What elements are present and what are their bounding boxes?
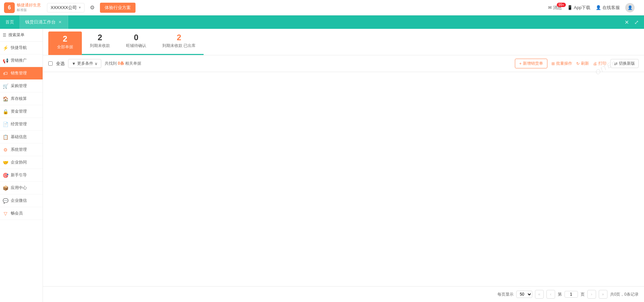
sidebar-item-basic-info-label: 基础信息 xyxy=(11,134,27,140)
page-suffix: 页 xyxy=(581,292,585,297)
sidebar-item-app-center[interactable]: 📦 应用中心 xyxy=(0,182,43,194)
batch-btn-label: 批量操作 xyxy=(556,61,572,66)
tab-bar: 首页 钱货日清工作台 ✕ ✕ ⤢ xyxy=(0,15,644,29)
first-page-icon: « xyxy=(538,292,540,297)
print-button[interactable]: 🖨 打印 xyxy=(593,61,606,66)
operations-icon: 📄 xyxy=(3,122,8,127)
sidebar-item-operations[interactable]: 📄 经营管理 xyxy=(0,118,43,131)
guide-icon: 🎯 xyxy=(3,173,8,178)
stat-label-all: 全部单据 xyxy=(56,44,74,50)
stat-tab-shipped[interactable]: 2 到期未收款 已出库 xyxy=(154,29,204,55)
filter-button[interactable]: ▼ 更多条件 ∨ xyxy=(68,59,101,68)
tab-workbench[interactable]: 钱货日清工作台 ✕ xyxy=(20,15,68,29)
switch-btn-label: 切换新版 xyxy=(619,61,635,66)
tab-expand-button[interactable]: ✕ xyxy=(623,18,630,27)
sidebar-item-finance[interactable]: 🔒 资金管理 xyxy=(0,105,43,118)
sidebar-search-label: 搜索菜单 xyxy=(8,32,24,38)
per-page-select[interactable]: 50 xyxy=(516,291,532,298)
sidebar-item-member[interactable]: ▽ 畅会员 xyxy=(0,207,43,220)
switch-version-button[interactable]: ⇄ 切换新版 xyxy=(610,59,639,68)
sidebar-item-enterprise[interactable]: 🤝 企业协同 xyxy=(0,156,43,169)
avatar[interactable]: 👤 xyxy=(625,3,635,12)
stat-tab-pending[interactable]: 0 旺辅待确认 xyxy=(118,29,154,55)
tab-close-icon[interactable]: ✕ xyxy=(58,19,62,25)
company-name: XXXXXX公司 xyxy=(51,5,77,11)
tab-home[interactable]: 首页 xyxy=(0,15,20,29)
enterprise-icon: 🤝 xyxy=(3,160,8,165)
app-download-item[interactable]: 📱 App下载 xyxy=(567,5,590,11)
batch-operation-button[interactable]: ⊞ 批量操作 xyxy=(551,61,572,66)
trial-button[interactable]: 体验行业方案 xyxy=(100,3,136,13)
batch-icon: ⊞ xyxy=(551,61,555,66)
gear-icon: ⚙ xyxy=(90,4,95,11)
sidebar-item-purchase-label: 采购管理 xyxy=(11,83,27,89)
main-layout: ☰ 搜索菜单 ⚡ 快捷导航 📢 营销推广 🏷 销售管理 🛒 采购管理 🏠 库存核… xyxy=(0,29,644,302)
logo-icon: 6 xyxy=(4,2,15,13)
toolbar-right: + 新增销货单 ⊞ 批量操作 ↻ 刷新 🖨 打印 ⇄ 切换新版 xyxy=(515,59,639,68)
sidebar-search[interactable]: ☰ 搜索菜单 xyxy=(0,29,43,42)
prev-page-button[interactable]: ‹ xyxy=(546,290,555,299)
refresh-icon: ↻ xyxy=(576,61,580,66)
found-count: 0条 xyxy=(118,61,124,66)
sidebar-item-guide[interactable]: 🎯 新手引导 xyxy=(0,169,43,182)
sidebar-item-marketing[interactable]: 📢 营销推广 xyxy=(0,54,43,67)
filter-chevron-icon: ∨ xyxy=(95,61,98,66)
first-page-button[interactable]: « xyxy=(535,290,544,299)
service-icon: 👤 xyxy=(596,5,601,10)
next-page-button[interactable]: › xyxy=(587,290,596,299)
avatar-icon: 👤 xyxy=(628,5,633,10)
select-all-checkbox[interactable] xyxy=(48,61,53,66)
content-area: 2 全部单据 2 到期未收款 0 旺辅待确认 2 到期未收款 已出库 全选 xyxy=(43,29,644,302)
system-icon: ⚙ xyxy=(3,147,8,153)
message-item[interactable]: ✉ 消息 99+ xyxy=(548,5,562,11)
select-all-label: 全选 xyxy=(56,61,65,67)
sidebar-item-sales-label: 销售管理 xyxy=(11,70,27,76)
finance-icon: 🔒 xyxy=(3,109,8,114)
stat-tab-all[interactable]: 2 全部单据 xyxy=(48,32,82,55)
toolbar: 全选 ▼ 更多条件 ∨ 共找到 0条 相关单据 + 新增销货单 xyxy=(43,55,644,72)
purchase-icon: 🛒 xyxy=(3,83,8,89)
page-number-input[interactable] xyxy=(565,291,578,298)
marketing-icon: 📢 xyxy=(3,58,8,63)
refresh-button[interactable]: ↻ 刷新 xyxy=(576,61,589,66)
sidebar-item-basic-info[interactable]: 📋 基础信息 xyxy=(0,131,43,143)
sidebar-item-system[interactable]: ⚙ 系统管理 xyxy=(0,143,43,156)
refresh-btn-label: 刷新 xyxy=(581,61,589,66)
online-service-item[interactable]: 👤 在线客服 xyxy=(596,5,620,11)
last-page-button[interactable]: » xyxy=(599,290,607,299)
sales-icon: 🏷 xyxy=(3,71,8,76)
tab-workbench-label: 钱货日清工作台 xyxy=(25,19,56,25)
chevron-down-icon: ▾ xyxy=(79,5,81,10)
sidebar-item-finance-label: 资金管理 xyxy=(11,109,27,114)
print-btn-label: 打印 xyxy=(598,61,606,66)
logo-area: 6 畅捷通好生意 标准版 xyxy=(4,2,47,13)
logo-text-block: 畅捷通好生意 标准版 xyxy=(17,3,41,12)
settings-button[interactable]: ⚙ xyxy=(87,3,97,13)
logo-sub: 标准版 xyxy=(17,8,41,12)
stat-number-all: 2 xyxy=(56,34,74,44)
stats-tabs: 2 全部单据 2 到期未收款 0 旺辅待确认 2 到期未收款 已出库 xyxy=(43,29,644,55)
sidebar-item-inventory-label: 库存核算 xyxy=(11,96,27,102)
sidebar-item-quick-nav[interactable]: ⚡ 快捷导航 xyxy=(0,42,43,54)
tab-fullscreen-button[interactable]: ⤢ xyxy=(633,18,640,27)
company-selector[interactable]: XXXXXX公司 ▾ xyxy=(47,3,85,12)
sidebar-item-purchase[interactable]: 🛒 采购管理 xyxy=(0,80,43,93)
stat-label-shipped: 到期未收款 已出库 xyxy=(162,43,196,49)
message-icon: ✉ xyxy=(548,5,552,10)
sidebar-item-weixin[interactable]: 💬 企业微信 xyxy=(0,194,43,207)
table-area: OfTEn xyxy=(43,72,644,286)
app-center-icon: 📦 xyxy=(3,185,8,191)
print-icon: 🖨 xyxy=(593,61,597,66)
watermark: OfTEn xyxy=(594,72,618,76)
sidebar-item-weixin-label: 企业微信 xyxy=(11,198,27,203)
stat-tab-overdue[interactable]: 2 到期未收款 xyxy=(82,29,118,55)
filter-icon: ▼ xyxy=(72,61,76,66)
add-sales-order-button[interactable]: + 新增销货单 xyxy=(515,59,547,68)
found-text: 共找到 0条 相关单据 xyxy=(105,61,141,66)
filter-btn-label: 更多条件 xyxy=(77,61,93,66)
sidebar-item-quick-nav-label: 快捷导航 xyxy=(11,45,27,51)
pagination: 每页显示 50 « ‹ 第 页 › » 共0页，0条记录 xyxy=(43,286,644,302)
sidebar-item-sales[interactable]: 🏷 销售管理 xyxy=(0,67,43,80)
sidebar-item-system-label: 系统管理 xyxy=(11,147,27,153)
sidebar-item-inventory[interactable]: 🏠 库存核算 xyxy=(0,93,43,105)
